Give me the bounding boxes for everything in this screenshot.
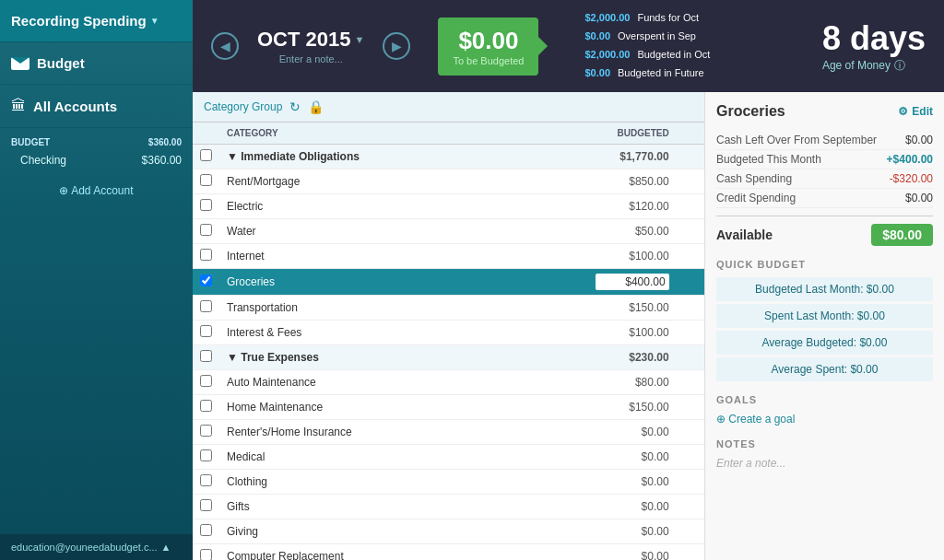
add-account-button[interactable]: ⊕ Add Account <box>0 175 193 206</box>
all-accounts-nav-item[interactable]: 🏛 All Accounts <box>11 94 182 118</box>
category-name: Transportation <box>219 296 505 321</box>
gear-icon: ⚙ <box>898 105 908 118</box>
detail-value: $0.00 <box>905 134 933 146</box>
row-checkbox[interactable] <box>200 425 212 437</box>
budgeted-cell[interactable]: $0.00 <box>505 519 677 544</box>
footer-arrow: ▲ <box>161 542 171 553</box>
prev-month-button[interactable]: ◀ <box>211 32 239 60</box>
to-budget-amount: $0.00 <box>458 27 518 55</box>
quick-budget-title: QUICK BUDGET <box>716 259 933 270</box>
category-name: Renter's/Home Insurance <box>219 420 505 445</box>
budgeted-cell[interactable]: $0.00 <box>505 495 677 519</box>
notes-input[interactable]: Enter a note... <box>716 457 933 470</box>
month-year: OCT 2015 ▼ <box>257 28 364 52</box>
row-checkbox[interactable] <box>200 474 212 486</box>
row-checkbox[interactable] <box>200 524 212 536</box>
detail-label: Cash Spending <box>716 172 792 185</box>
row-checkbox[interactable] <box>200 300 212 312</box>
budgeted-cell[interactable]: $850.00 <box>505 169 677 194</box>
budgeted-cell[interactable]: $150.00 <box>505 296 677 321</box>
budgeted-cell: $230.00 <box>505 345 677 370</box>
row-checkbox[interactable] <box>200 350 212 362</box>
to-budget-label: To be Budgeted <box>453 55 524 66</box>
budget-label: Budget <box>37 55 85 71</box>
category-group-button[interactable]: Category Group <box>204 100 282 113</box>
next-month-button[interactable]: ▶ <box>383 32 410 60</box>
detail-row: Cash Spending-$320.00 <box>716 169 933 189</box>
month-dropdown-arrow[interactable]: ▼ <box>355 34 365 45</box>
row-checkbox[interactable] <box>200 149 212 161</box>
budgeted-cell[interactable]: $0.00 <box>505 445 677 470</box>
category-name: Water <box>219 219 505 244</box>
edit-button[interactable]: ⚙ Edit <box>898 105 933 118</box>
row-checkbox[interactable] <box>200 325 212 337</box>
row-checkbox[interactable] <box>200 375 212 387</box>
row-checkbox[interactable] <box>200 249 212 261</box>
category-group-label: Category Group <box>204 100 282 113</box>
budgeted-input[interactable] <box>596 274 669 290</box>
row-checkbox[interactable] <box>200 224 212 236</box>
quick-budget-item[interactable]: Spent Last Month: $0.00 <box>716 304 933 328</box>
category-name: ▼ True Expenses <box>219 345 505 370</box>
app-title-header[interactable]: Recording Spending ▼ <box>0 0 193 42</box>
detail-value: -$320.00 <box>890 172 933 185</box>
budget-section: Budget <box>0 42 193 85</box>
accounts-list: BUDGET $360.00 Checking $360.00 <box>0 128 193 175</box>
summary-row-1: $2,000.00 Funds for Oct <box>584 9 710 28</box>
budget-nav-item[interactable]: Budget <box>11 52 182 75</box>
row-checkbox[interactable] <box>200 174 212 186</box>
account-checking[interactable]: Checking $360.00 <box>11 151 182 169</box>
budgeted-cell[interactable]: $50.00 <box>505 219 677 244</box>
summary-funds-amount: $2,000.00 <box>584 9 630 28</box>
budgeted-cell[interactable]: $100.00 <box>505 321 677 345</box>
category-name: Internet <box>219 244 505 269</box>
category-name: Clothing <box>219 470 505 495</box>
quick-budget-item[interactable]: Average Budgeted: $0.00 <box>716 331 933 355</box>
account-checking-name: Checking <box>20 154 66 167</box>
age-info-icon[interactable]: ⓘ <box>894 58 905 74</box>
main-area: ◀ OCT 2015 ▼ Enter a note... ▶ $0.00 To … <box>193 0 944 560</box>
budgeted-cell[interactable]: $0.00 <box>505 420 677 445</box>
row-checkbox[interactable] <box>200 400 212 412</box>
summary-funds-label: Funds for Oct <box>637 9 699 28</box>
quick-budget-item[interactable]: Average Spent: $0.00 <box>716 357 933 381</box>
budgeted-cell[interactable]: $100.00 <box>505 244 677 269</box>
category-name: Home Maintenance <box>219 395 505 420</box>
row-checkbox[interactable] <box>200 449 212 461</box>
budget-summary: $2,000.00 Funds for Oct $0.00 Overspent … <box>584 9 710 82</box>
budgeted-cell[interactable]: $0.00 <box>505 544 677 561</box>
envelope-icon <box>11 57 30 70</box>
detail-label: Cash Left Over From September <box>716 134 877 146</box>
refresh-icon[interactable]: ↻ <box>289 99 301 114</box>
content-area: Category Group ↻ 🔒 CATEGORY BUDGETED ACT… <box>193 92 944 560</box>
category-name: ▼ Immediate Obligations <box>219 145 505 169</box>
budgeted-cell[interactable]: $120.00 <box>505 194 677 219</box>
right-panel: Groceries ⚙ Edit Cash Left Over From Sep… <box>704 92 944 560</box>
category-name: Auto Maintenance <box>219 370 505 395</box>
app-title: Recording Spending <box>11 13 147 29</box>
category-name: Gifts <box>219 495 505 519</box>
budgeted-cell[interactable] <box>505 269 677 296</box>
row-checkbox[interactable] <box>200 274 212 286</box>
month-note[interactable]: Enter a note... <box>257 53 364 64</box>
right-panel-category-name: Groceries <box>716 103 785 120</box>
summary-budgeted-amount: $2,000.00 <box>584 46 630 64</box>
app-title-arrow: ▼ <box>150 16 159 26</box>
right-panel-title: Groceries ⚙ Edit <box>716 103 933 120</box>
account-checking-amount: $360.00 <box>142 154 182 167</box>
row-checkbox[interactable] <box>200 199 212 211</box>
quick-budget-item[interactable]: Budgeted Last Month: $0.00 <box>716 277 933 301</box>
row-checkbox[interactable] <box>200 499 212 511</box>
age-of-money-label: Age of Money ⓘ <box>822 58 926 74</box>
detail-row: Credit Spending$0.00 <box>716 189 933 208</box>
detail-row: Budgeted This Month+$400.00 <box>716 150 933 169</box>
category-name: Medical <box>219 445 505 470</box>
budgeted-cell[interactable]: $150.00 <box>505 395 677 420</box>
account-group-budget: BUDGET $360.00 <box>11 134 182 151</box>
header-category: CATEGORY <box>219 122 505 145</box>
budgeted-cell[interactable]: $0.00 <box>505 470 677 495</box>
row-checkbox[interactable] <box>200 549 212 560</box>
category-name: Interest & Fees <box>219 321 505 345</box>
budgeted-cell[interactable]: $80.00 <box>505 370 677 395</box>
create-goal-button[interactable]: ⊕ Create a goal <box>716 413 933 426</box>
